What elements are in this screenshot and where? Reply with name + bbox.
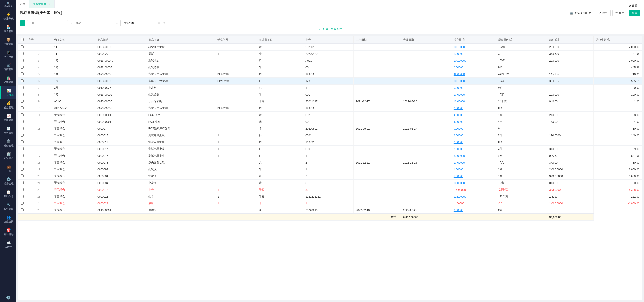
row-checkbox[interactable] <box>20 93 24 96</box>
row-checkbox[interactable] <box>20 175 24 177</box>
table-cell[interactable]: 0.00000 <box>451 105 496 112</box>
row-checkbox[interactable] <box>20 113 24 116</box>
sidebar-item-collab[interactable]: 👥 企业协同 <box>0 213 16 226</box>
row-checkbox[interactable] <box>20 140 24 143</box>
sidebar-item-mini[interactable]: 📱 小程电商 <box>0 48 16 61</box>
row-checkbox[interactable] <box>20 208 24 211</box>
print-button[interactable]: 🖨️ 按模板打印 ▼ <box>567 10 594 16</box>
table-cell[interactable]: 10.00000 <box>451 91 496 98</box>
table-cell[interactable]: 49.60000 <box>451 71 496 78</box>
row-checkbox[interactable] <box>20 202 24 205</box>
sidebar-item-guide[interactable]: 🎯 新手引导 <box>0 226 16 238</box>
sidebar-item-inventory[interactable]: 📊 库存核算 <box>0 86 16 99</box>
row-checkbox[interactable] <box>20 181 24 184</box>
table-cell[interactable]: 4.00000 <box>451 112 496 118</box>
row-checkbox[interactable] <box>20 168 24 171</box>
system-icon: 🔧 <box>2 203 16 207</box>
sidebar-item-basic[interactable]: 📋 基础信息 <box>0 188 16 200</box>
query-button[interactable]: 查询 <box>629 10 640 16</box>
sidebar-item-tax[interactable]: 🏛️ 税务管理 <box>0 137 16 149</box>
table-cell[interactable]: 0.00000 <box>451 64 496 71</box>
table-cell: 37.95 <box>593 51 642 57</box>
row-checkbox[interactable] <box>20 127 24 130</box>
tab-close-icon[interactable]: ✕ <box>48 3 51 6</box>
row-checkbox[interactable] <box>20 154 24 157</box>
row-checkbox[interactable] <box>20 45 24 48</box>
sidebar-item-cloud[interactable]: ☁️ 云应用 <box>0 238 16 251</box>
table-cell[interactable]: 1.00000 <box>451 173 496 180</box>
table-cell[interactable]: -16.00000 <box>451 187 496 193</box>
table-cell[interactable]: 100.00000 <box>451 44 496 51</box>
table-cell[interactable]: 0.00000 <box>451 139 496 146</box>
table-cell[interactable]: 3.00000 <box>451 146 496 153</box>
sidebar-search[interactable]: 🔍 搜索菜单 <box>0 0 16 10</box>
sidebar-item-purchase[interactable]: 🛍️ 采购管理 <box>0 73 16 86</box>
table-cell: 个 <box>256 125 303 132</box>
export-button[interactable]: ↗ 导出 <box>596 10 610 16</box>
row-checkbox[interactable] <box>20 79 24 82</box>
select-all-checkbox[interactable] <box>20 38 24 41</box>
sidebar-item-stats[interactable]: 📈 总账管理 <box>0 111 16 124</box>
show-button[interactable]: 👁 显示 <box>612 10 627 16</box>
warehouse-input[interactable] <box>27 20 68 26</box>
sidebar-item-hr[interactable]: 💼 工资 <box>0 162 16 175</box>
sidebar-item-invoice[interactable]: 🧾 发票管理 <box>0 124 16 137</box>
table-cell <box>401 180 451 187</box>
product-input[interactable] <box>74 20 114 26</box>
settings-button[interactable]: ⚙ 设置 <box>626 3 640 9</box>
table-cell[interactable]: 0.00000 <box>451 84 496 91</box>
sidebar-item-retail[interactable]: 🏪 零售管理 <box>0 23 16 35</box>
row-checkbox[interactable] <box>20 66 24 69</box>
table-cell[interactable]: 0.00000 <box>451 125 496 132</box>
row-checkbox[interactable] <box>20 195 24 198</box>
category-select[interactable]: 商品分类 <box>120 20 161 26</box>
table-cell[interactable]: 4.00000 <box>451 118 496 125</box>
table-cell[interactable]: -1.00000 <box>451 200 496 207</box>
header-settings-btn[interactable]: ⚙ 设置 <box>626 3 640 9</box>
table-row: 13晋宝粮仓000097POS显示库存异常个202109012021-09-01… <box>18 125 642 132</box>
table-cell[interactable]: 122.00000 <box>451 193 496 200</box>
table-cell[interactable]: 10.00000 <box>451 159 496 166</box>
sidebar-item-finance[interactable]: 💰 资金管理 <box>0 99 16 111</box>
table-cell[interactable]: 87.00000 <box>451 153 496 159</box>
sidebar-item-assets[interactable]: 🏢 固定资产 <box>0 149 16 162</box>
table-cell: 1.0000 <box>547 118 594 125</box>
table-cell[interactable]: 100.00000 <box>451 78 496 84</box>
row-checkbox[interactable] <box>20 188 24 191</box>
tab-home[interactable]: 首页 <box>16 0 29 8</box>
table-cell[interactable]: 2.00000 <box>451 132 496 139</box>
row-checkbox[interactable] <box>20 86 24 89</box>
expand-conditions-btn[interactable]: ▼ ▼ 展开更多条件 <box>20 26 640 32</box>
sidebar-item-quicknav[interactable]: ⚡ 快捷导航 <box>0 10 16 23</box>
sidebar-item-ecommerce[interactable]: 🛒 电商管理 <box>0 61 16 73</box>
row-checkbox[interactable] <box>20 147 24 150</box>
table-cell[interactable]: 100.00000 <box>451 57 496 64</box>
table-cell[interactable]: 10.00000 <box>451 180 496 187</box>
row-checkbox[interactable] <box>20 134 24 137</box>
table-cell[interactable]: 10.00000 <box>451 98 496 105</box>
tab-inventory-batch[interactable]: 库存批次查 ✕ <box>29 0 54 8</box>
table-cell: 20210901 <box>303 125 354 132</box>
row-checkbox[interactable] <box>20 100 24 103</box>
main-content: 首页 库存批次查 ✕ 现存量查询(按仓库＋批次) 🖨️ 按模板打印 ▼ ↗ 导出… <box>16 0 644 302</box>
sidebar-item-ops[interactable]: ⚙️ 经营管理 <box>0 175 16 188</box>
table-cell[interactable]: 1.00000 <box>451 166 496 173</box>
table-cell: 批次次 <box>146 173 215 180</box>
row-checkbox[interactable] <box>20 73 24 75</box>
table-footer-row: 合计 6,302.60000 32,589.05 <box>18 214 642 221</box>
row-checkbox[interactable] <box>20 161 24 164</box>
table-cell[interactable]: 1.00000 <box>451 51 496 57</box>
table-cell: 件 <box>256 71 303 78</box>
table-cell: 0001 <box>303 132 354 139</box>
sidebar-settings[interactable]: ⚙️ <box>0 293 16 302</box>
row-checkbox[interactable] <box>20 120 24 123</box>
sidebar-item-system[interactable]: 🔧 系统管理 <box>0 200 16 213</box>
row-checkbox[interactable] <box>20 52 24 55</box>
table-cell[interactable]: 0.00000 <box>451 207 496 214</box>
table-cell <box>401 57 451 64</box>
filter-arrow-button[interactable]: › <box>20 20 25 26</box>
sidebar-item-wholesale[interactable]: 📦 批发管理 <box>0 35 16 48</box>
table-cell: 11 <box>26 112 52 118</box>
row-checkbox[interactable] <box>20 59 24 62</box>
row-checkbox[interactable] <box>20 106 24 109</box>
